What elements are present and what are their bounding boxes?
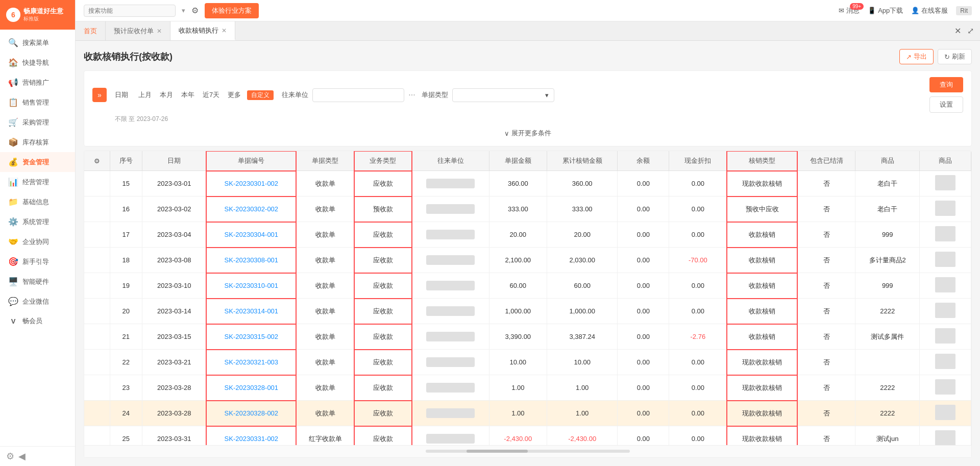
partner-input[interactable]	[312, 88, 404, 102]
sidebar-item-wechat[interactable]: 💬 企业微信	[0, 291, 75, 311]
voucher-no-link[interactable]: SK-20230328-002	[225, 409, 279, 417]
sidebar-item-member[interactable]: V 畅会员	[0, 311, 75, 331]
row-no: 15	[110, 171, 142, 197]
sidebar-item-marketing[interactable]: 📢 营销推广	[0, 72, 75, 92]
voucher-no-link[interactable]: SK-20230301-002	[225, 180, 279, 187]
tab-writeoff-close[interactable]: ✕	[222, 27, 227, 34]
sidebar-item-newbie[interactable]: 🎯 新手引导	[0, 252, 75, 272]
row-select	[84, 171, 110, 197]
row-include-settled: 否	[797, 171, 855, 197]
row-writeoff-type: 现款收款核销	[727, 350, 797, 375]
scroll-bar[interactable]	[84, 445, 971, 457]
voucher-no-link[interactable]: SK-20230308-001	[225, 256, 279, 264]
tab-home[interactable]: 首页	[76, 21, 106, 40]
row-writeoff-type: 收款核销	[727, 222, 797, 248]
row-voucher-no: SK-20230328-002	[206, 401, 296, 426]
sidebar-item-inventory[interactable]: 📦 库存核算	[0, 132, 75, 152]
sidebar-logo: 6 畅康道好生意 标推版	[0, 0, 75, 30]
voucher-no-link[interactable]: SK-20230314-001	[225, 307, 279, 315]
row-writeoff-type: 现款收款核销	[727, 401, 797, 426]
row-select	[84, 324, 110, 350]
row-partner: ██████	[412, 171, 489, 197]
tab-prepay[interactable]: 预计应收付单 ✕	[106, 21, 170, 40]
tab-writeoff[interactable]: 收款核销执行 ✕	[170, 21, 235, 40]
date-7days-btn[interactable]: 近7天	[201, 89, 222, 101]
table-row: 152023-03-01SK-20230301-002收款单应收款██████3…	[84, 171, 971, 197]
filter-dots[interactable]: ···	[408, 90, 415, 100]
sidebar-item-sales[interactable]: 📋 销售管理	[0, 92, 75, 112]
gear-icon[interactable]: ⚙	[191, 6, 199, 15]
row-no: 16	[110, 197, 142, 222]
sidebar-item-search[interactable]: 🔍 搜索菜单	[0, 33, 75, 53]
voucher-no-link[interactable]: SK-20230315-002	[225, 333, 279, 340]
sidebar-bottom: ⚙ ◀	[0, 446, 75, 466]
row-writeoff-amount: 1.00	[547, 401, 617, 426]
date-more-btn[interactable]: 更多	[226, 89, 243, 101]
row-goods: 老白干	[855, 171, 920, 197]
table-wrapper[interactable]: ⚙ 序号 日期 单据编号 单据类型 业务类型 往来单位 单据金额 累计核销金额 …	[84, 151, 971, 445]
settings-icon[interactable]: ⚙	[6, 451, 14, 462]
filter-toggle-button[interactable]: »	[92, 88, 107, 102]
voucher-no-link[interactable]: SK-20230310-001	[225, 282, 279, 289]
dropdown-icon[interactable]: ▾	[182, 7, 185, 14]
row-biz-type: 应收款	[354, 248, 412, 273]
query-button[interactable]: 查询	[929, 77, 963, 92]
sidebar-item-finance[interactable]: 💰 资金管理	[0, 152, 75, 172]
row-voucher-no: SK-20230302-002	[206, 197, 296, 222]
sidebar-item-basic[interactable]: 📁 基础信息	[0, 192, 75, 212]
row-select	[84, 350, 110, 375]
row-voucher-no: SK-20230321-003	[206, 350, 296, 375]
col-writeoff-type: 核销类型	[727, 151, 797, 171]
row-amount: 3,390.00	[489, 324, 547, 350]
sidebar-item-hardware[interactable]: 🖥️ 智能硬件	[0, 272, 75, 291]
top-bar-right: ✉ 消息 99+ 📱 App下载 👤 在线客服 Rit	[839, 6, 972, 15]
date-custom-label[interactable]: 自定义	[247, 90, 274, 100]
expand-conditions-button[interactable]: ∨ 展开更多条件	[502, 127, 553, 140]
close-tab-icon[interactable]: ✕	[952, 24, 963, 38]
sidebar-item-enterprise[interactable]: 🤝 企业协同	[0, 232, 75, 252]
collapse-icon[interactable]: ◀	[18, 451, 26, 462]
col-goods: 商品	[855, 151, 920, 171]
col-gear[interactable]: ⚙	[84, 151, 110, 171]
row-balance: 0.00	[618, 401, 669, 426]
tab-prepay-close[interactable]: ✕	[157, 28, 162, 35]
voucher-no-link[interactable]: SK-20230302-002	[225, 205, 279, 213]
col-date: 日期	[142, 151, 206, 171]
voucher-no-link[interactable]: SK-20230328-001	[225, 384, 279, 391]
date-label: 日期	[115, 90, 128, 100]
settings-button[interactable]: 设置	[929, 96, 963, 113]
sidebar-item-operation[interactable]: 📊 经营管理	[0, 172, 75, 192]
col-biz-type: 业务类型	[354, 151, 412, 171]
row-writeoff-amount: 1,000.00	[547, 299, 617, 324]
industry-btn[interactable]: 体验行业方案	[205, 3, 259, 18]
voucher-type-select[interactable]: ▾	[452, 88, 554, 102]
date-this-year-btn[interactable]: 本年	[179, 89, 197, 101]
row-writeoff-type: 现款收款核销	[727, 171, 797, 197]
search-input[interactable]	[84, 5, 176, 17]
sidebar-item-purchase[interactable]: 🛒 采购管理	[0, 112, 75, 132]
row-goods: 2222	[855, 299, 920, 324]
row-balance: 0.00	[618, 222, 669, 248]
partner-field: 往来单位 ···	[282, 88, 415, 102]
maximize-icon[interactable]: ⤢	[965, 24, 976, 38]
row-writeoff-amount: 1.00	[547, 375, 617, 401]
sidebar-item-system[interactable]: ⚙️ 系统管理	[0, 212, 75, 232]
voucher-no-link[interactable]: SK-20230331-002	[225, 435, 279, 443]
sidebar-item-shortcut[interactable]: 🏠 快捷导航	[0, 53, 75, 72]
col-no: 序号	[110, 151, 142, 171]
page-title: 收款核销执行(按收款)	[84, 51, 173, 63]
voucher-no-link[interactable]: SK-20230321-003	[225, 358, 279, 366]
col-voucher-type: 单据类型	[296, 151, 354, 171]
row-goods2	[920, 273, 971, 299]
refresh-button[interactable]: ↻ 刷新	[938, 49, 972, 64]
row-amount: -2,430.00	[489, 426, 547, 446]
date-this-month-btn[interactable]: 本月	[158, 89, 175, 101]
app-download-button[interactable]: 📱 App下载	[868, 6, 903, 15]
service-button[interactable]: 👤 在线客服	[911, 6, 948, 15]
row-voucher-no: SK-20230331-002	[206, 426, 296, 446]
voucher-no-link[interactable]: SK-20230304-001	[225, 231, 279, 238]
col-goods2: 商品	[920, 151, 971, 171]
msg-button[interactable]: ✉ 消息 99+	[839, 6, 860, 15]
date-last-month-btn[interactable]: 上月	[136, 89, 154, 101]
export-button[interactable]: ↗ 导出	[899, 49, 934, 64]
